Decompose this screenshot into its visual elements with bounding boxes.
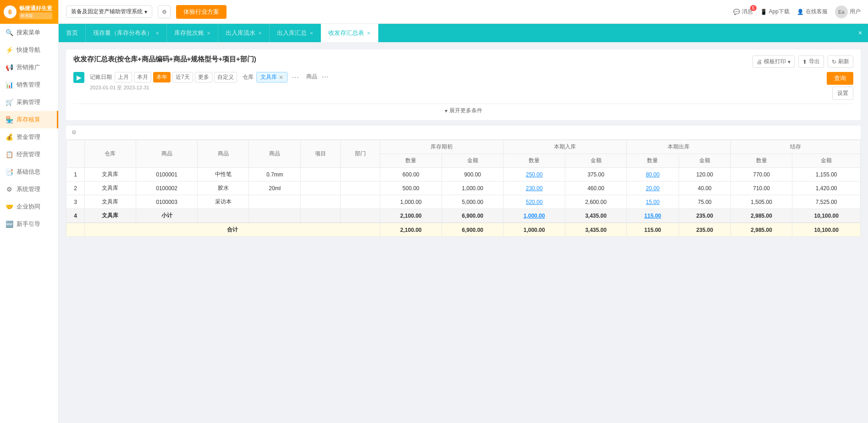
cell-product-spec: 0.7mm: [249, 168, 301, 181]
cell-project: [301, 181, 341, 195]
col-out: 本期出库: [627, 140, 731, 154]
date-btn-last-month[interactable]: 上月: [115, 72, 132, 82]
date-range: 2023-01-01 至 2023-12-31: [90, 84, 237, 91]
total-balance-qty: 2,985.00: [730, 223, 792, 237]
messages-button[interactable]: 💬 消息 6: [733, 8, 753, 16]
cell-balance-amt: 1,420.00: [792, 181, 861, 195]
summary-table: 仓库 商品 商品 商品 项目 部门 库存期初 本期入库 本期出库 结存: [66, 140, 861, 237]
subtotal-out-qty[interactable]: 115.00: [627, 209, 679, 223]
table-settings-icon[interactable]: ⚙: [72, 129, 77, 136]
cell-product-name: 采访本: [198, 195, 249, 209]
sidebar-item-enterprise[interactable]: 🤝 企业协同: [0, 198, 58, 215]
app-logo: 6 畅捷通好生意 标准版: [0, 0, 58, 24]
cell-balance-amt: 7,525.00: [792, 195, 861, 209]
tab-label: 收发存汇总表: [328, 29, 364, 37]
warehouse-more[interactable]: ···: [292, 72, 299, 82]
sidebar-item-label: 采购管理: [17, 98, 40, 106]
refresh-button[interactable]: ↻ 刷新: [828, 55, 853, 68]
topbar: 装备及固定资产辅助管理系统 ▾ ⚙ 体验行业方案 💬 消息 6 📱 App下载 …: [59, 0, 868, 24]
cell-in-qty[interactable]: 250.00: [503, 168, 565, 181]
cell-opening-amt: 1,000.00: [442, 181, 503, 195]
tab-in-out-summary[interactable]: 出入库汇总 ✕: [270, 24, 321, 42]
sidebar-item-inventory[interactable]: 🏪 库存核算: [0, 111, 58, 128]
tabbar-close-button[interactable]: ✕: [852, 24, 868, 42]
sidebar-item-marketing[interactable]: 📢 营销推广: [0, 59, 58, 76]
sidebar-item-label: 库存核算: [17, 115, 40, 124]
subtotal-warehouse: 文具库: [85, 209, 136, 223]
cell-in-amt: 460.00: [565, 181, 626, 195]
cell-in-qty[interactable]: 230.00: [503, 181, 565, 195]
tab-batch-ledger[interactable]: 库存批次账 ✕: [167, 24, 218, 42]
filter-expand-button[interactable]: ▶: [73, 72, 84, 83]
date-btn-this-year[interactable]: 本年: [153, 72, 171, 82]
tab-home[interactable]: 首页: [59, 24, 86, 42]
export-icon: ⬆: [802, 59, 807, 65]
export-button[interactable]: ⬆ 导出: [798, 55, 824, 68]
date-buttons: 上月 本月 本年 近7天 更多 自定义: [115, 72, 237, 82]
date-btn-custom[interactable]: 自定义: [214, 72, 237, 82]
total-out-qty: 115.00: [627, 223, 679, 237]
sidebar-item-label: 营销推广: [17, 63, 40, 71]
col-no: [66, 140, 85, 168]
sidebar-item-guide[interactable]: 🆕 新手引导: [0, 215, 58, 233]
total-in-amt: 3,435.00: [565, 223, 626, 237]
tab-in-out-flow[interactable]: 出入库流水 ✕: [218, 24, 270, 42]
cell-department: [340, 195, 380, 209]
total-opening-amt: 6,900.00: [442, 223, 503, 237]
cell-out-qty[interactable]: 20.00: [627, 181, 679, 195]
cell-in-qty[interactable]: 520.00: [503, 195, 565, 209]
sidebar-item-quick-nav[interactable]: ⚡ 快捷导航: [0, 41, 58, 59]
system-name: 装备及固定资产辅助管理系统: [71, 8, 143, 16]
phone-icon: 📱: [760, 9, 767, 15]
user-button[interactable]: Ea 用户: [835, 5, 861, 18]
tab-close-icon[interactable]: ✕: [155, 31, 159, 36]
total-label: 合计: [85, 223, 380, 237]
tab-label: 库存批次账: [174, 29, 204, 37]
cell-balance-qty: 770.00: [730, 168, 792, 181]
cell-out-qty[interactable]: 15.00: [627, 195, 679, 209]
tab-close-icon[interactable]: ✕: [207, 31, 210, 36]
sidebar: 6 畅捷通好生意 标准版 🔍 搜索菜单 ⚡ 快捷导航 📢 营销推广 📊 销售管理…: [0, 0, 59, 423]
cell-out-qty[interactable]: 80.00: [627, 168, 679, 181]
online-service-button[interactable]: 👤 在线客服: [797, 8, 828, 16]
expand-more-button[interactable]: ▾ 展开更多条件: [445, 107, 482, 115]
tab-close-icon[interactable]: ✕: [310, 31, 313, 36]
query-button[interactable]: 查询: [827, 72, 853, 85]
sidebar-item-operation[interactable]: 📋 经营管理: [0, 146, 58, 163]
sidebar-item-sales[interactable]: 📊 销售管理: [0, 76, 58, 93]
cell-product-name: 中性笔: [198, 168, 249, 181]
tab-close-icon[interactable]: ✕: [367, 31, 370, 36]
subtotal-balance-qty: 2,985.00: [730, 209, 792, 223]
print-button[interactable]: 🖨 模板打印 ▾: [752, 55, 795, 68]
tab-close-icon[interactable]: ✕: [258, 31, 262, 36]
sidebar-item-basic-info[interactable]: 📑 基础信息: [0, 163, 58, 181]
settings-button[interactable]: ⚙: [158, 5, 171, 18]
table-row: 2 文具库 0100002 胶水 20ml 500.00 1,000.00 23…: [66, 181, 861, 195]
cell-balance-qty: 1,505.00: [730, 195, 792, 209]
date-btn-7days[interactable]: 近7天: [172, 72, 193, 82]
system-selector[interactable]: 装备及固定资产辅助管理系统 ▾: [66, 5, 152, 18]
cell-no: 3: [66, 195, 85, 209]
page-title: 收发存汇总表(按仓库+商品编码+商品+规格型号+项目+部门): [73, 55, 256, 64]
tab-inventory-dist[interactable]: 现存量（库存分布表） ✕: [86, 24, 167, 42]
warehouse-tag-close[interactable]: ✕: [279, 74, 283, 81]
col-balance-amt: 金额: [792, 154, 861, 168]
col-balance-qty: 数量: [730, 154, 792, 168]
cell-opening-qty: 1,000.00: [380, 195, 442, 209]
subtotal-in-qty[interactable]: 1,000.00: [503, 209, 565, 223]
cell-in-amt: 375.00: [565, 168, 626, 181]
date-btn-this-month[interactable]: 本月: [134, 72, 151, 82]
sidebar-item-search[interactable]: 🔍 搜索菜单: [0, 24, 58, 41]
tab-recv-send-summary[interactable]: 收发存汇总表 ✕: [321, 24, 378, 42]
try-industry-button[interactable]: 体验行业方案: [176, 5, 227, 19]
product-more[interactable]: ···: [322, 72, 329, 82]
filter-settings-button[interactable]: 设置: [832, 87, 853, 100]
sidebar-item-purchase[interactable]: 🛒 采购管理: [0, 93, 58, 111]
date-btn-more[interactable]: 更多: [195, 72, 212, 82]
sidebar-item-finance[interactable]: 💰 资金管理: [0, 128, 58, 146]
sidebar-item-system[interactable]: ⚙ 系统管理: [0, 181, 58, 198]
gear-icon: ⚙: [162, 9, 167, 15]
table-row: 1 文具库 0100001 中性笔 0.7mm 600.00 900.00 25…: [66, 168, 861, 181]
app-download-button[interactable]: 📱 App下载: [760, 8, 790, 16]
purchase-icon: 🛒: [6, 99, 13, 106]
